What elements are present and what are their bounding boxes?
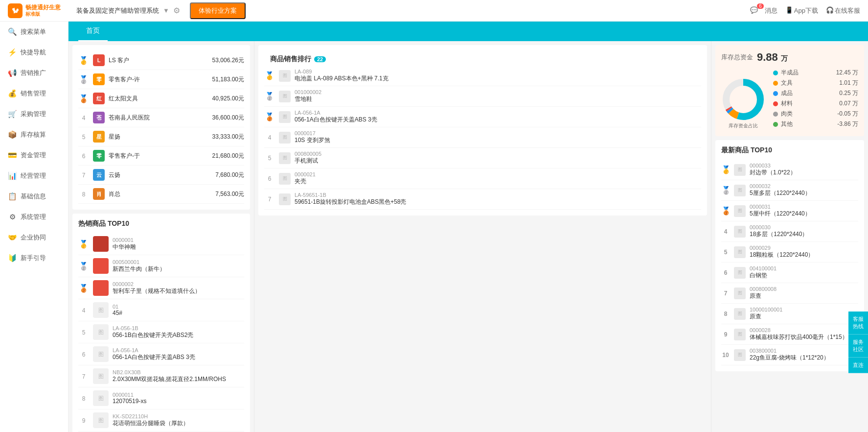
- rank-number-4: 4: [268, 134, 272, 141]
- product-thumbnail: 图: [93, 302, 109, 318]
- newest-code: 0000032: [750, 183, 811, 189]
- newest-product-item: 🥉 图 0000031 5厘中纤（1220*2440）: [721, 201, 858, 221]
- product-info: 0000011 12070519-xs: [113, 392, 146, 405]
- newest-name: 5厘中纤（1220*2440）: [750, 210, 811, 218]
- sidebar-item-search[interactable]: 🔍搜索菜单: [0, 22, 68, 42]
- sidebar-label-system: 系统管理: [21, 213, 46, 221]
- legend-value: 0.25 万: [839, 89, 858, 97]
- main-layout: 🔍搜索菜单⚡快捷导航📢营销推广💰销售管理🛒采购管理📦库存核算💳资金管理📊经营管理…: [0, 22, 868, 432]
- inventory-section: 库存总资金 9.88 万: [715, 45, 864, 136]
- rank-medal: 🥈: [78, 262, 89, 271]
- finance-icon: 💳: [8, 151, 17, 160]
- legend-dot: [773, 112, 778, 117]
- sidebar-item-operation[interactable]: 📊经营管理: [0, 166, 68, 186]
- sidebar-nav: 🔍搜索菜单⚡快捷导航📢营销推广💰销售管理🛒采购管理📦库存核算💳资金管理📊经营管理…: [0, 22, 68, 268]
- hot-product-item: 🥉 0000002 智利车子里（规格不知道填什么）: [78, 277, 244, 299]
- hot-products-title: 热销商品 TOP10: [78, 219, 244, 228]
- sidebar-item-guide[interactable]: 🔰新手引导: [0, 248, 68, 268]
- product-thumbnail: 图: [279, 152, 291, 164]
- rank-number-7: 7: [268, 196, 272, 203]
- service-button[interactable]: 🎧 在线客服: [826, 6, 860, 15]
- product-code: 001000002: [295, 89, 321, 95]
- customer-avatar: 星: [93, 131, 105, 143]
- newest-rank: 🥇: [721, 165, 730, 174]
- product-info: 001000002 雪地鞋: [295, 89, 321, 103]
- newest-name: 18多层（1220*2440）: [750, 230, 808, 239]
- gear-icon[interactable]: ⚙: [173, 6, 180, 15]
- customer-name: 肖总: [109, 190, 211, 198]
- product-code: NB2.0X30B: [113, 369, 226, 375]
- rank-medal: 8: [78, 395, 89, 402]
- legend-dot: [773, 71, 778, 75]
- legend-label: 成品: [781, 89, 793, 97]
- logo-icon: 🐿: [8, 3, 23, 18]
- hot-product-item: 8 图 0000011 12070519-xs: [78, 387, 244, 409]
- rank-number-5: 5: [268, 155, 272, 162]
- product-thumbnail: 图: [93, 390, 109, 406]
- tab-home[interactable]: 首页: [78, 22, 108, 41]
- product-code: 0000011: [113, 392, 146, 398]
- legend-label: 半成品: [781, 69, 799, 77]
- sidebar-item-nav[interactable]: ⚡快捷导航: [0, 42, 68, 63]
- customer-avatar: 红: [93, 93, 105, 104]
- rank-number-4: 4: [82, 115, 86, 121]
- sales-icon: 💰: [8, 89, 17, 98]
- system-selector[interactable]: 装备及固定资产辅助管理系统 ▼ ⚙: [76, 6, 180, 15]
- sidebar-item-purchase[interactable]: 🛒采购管理: [0, 104, 68, 124]
- legend-value: 12.45 万: [836, 69, 858, 77]
- float-btn-direct[interactable]: 直连: [848, 358, 868, 373]
- product-code: 01: [113, 304, 122, 310]
- sidebar-item-corp[interactable]: 🤝企业协同: [0, 227, 68, 248]
- newest-name: 白钢垫: [750, 271, 777, 280]
- newest-thumbnail: 图: [734, 226, 746, 238]
- sidebar-label-guide: 新手引导: [21, 254, 46, 263]
- newest-name: 体械嘉枝味苏打饮品400毫升（1*15）: [750, 333, 848, 341]
- legend-value: 0.07 万: [839, 99, 858, 108]
- sidebar-item-sales[interactable]: 💰销售管理: [0, 83, 68, 104]
- legend-dot: [773, 81, 778, 86]
- app-download-button[interactable]: 📱 App下载: [785, 6, 818, 15]
- customer-ranking-list: 🥇 L LS 客户 53,006.26元 🥈 零 零售客户-许 51,183.0…: [78, 51, 244, 204]
- trial-button[interactable]: 体验行业方案: [190, 2, 246, 19]
- newest-thumbnail: 图: [734, 164, 746, 176]
- float-btn-customer[interactable]: 客服热线: [848, 312, 868, 335]
- product-sales-title: 商品销售排行: [270, 55, 311, 64]
- rank-medal: 🥉: [78, 94, 89, 103]
- product-info: LA-089 电池盖 LA-089 ABS本色+黑种 7.1克: [295, 69, 388, 83]
- product-thumbnail: 图: [279, 173, 291, 185]
- medal-silver-icon: 🥈: [265, 92, 274, 100]
- sidebar-item-basic[interactable]: 📋基础信息: [0, 186, 68, 207]
- customer-value: 7,680.00元: [215, 171, 244, 179]
- newest-info: 0000028 体械嘉枝味苏打饮品400毫升（1*15）: [750, 327, 848, 341]
- customer-value: 51,183.00元: [212, 75, 244, 84]
- left-column: 🥇 L LS 客户 53,006.26元 🥈 零 零售客户-许 51,183.0…: [69, 41, 254, 432]
- system-arrow-icon[interactable]: ▼: [163, 7, 169, 14]
- float-buttons: 客服热线服务社区直连: [848, 312, 868, 373]
- logo-text-block: 畅捷通好生意 标准版: [25, 4, 61, 17]
- newest-info: 10000100001 原查: [750, 307, 782, 321]
- customer-value: 7,563.00元: [215, 190, 244, 198]
- medal-silver-icon: 🥈: [79, 262, 89, 270]
- inventory-amount: 9.88 万: [757, 51, 788, 64]
- legend-dot: [773, 101, 778, 106]
- product-code: 0000002: [113, 281, 201, 287]
- product-name: 夹壳: [295, 177, 316, 186]
- legend-dot: [773, 122, 778, 127]
- sidebar-item-marketing[interactable]: 📢营销推广: [0, 63, 68, 83]
- sidebar-item-system[interactable]: ⚙系统管理: [0, 207, 68, 227]
- product-info: 01 45#: [113, 304, 122, 316]
- sidebar-item-inventory[interactable]: 📦库存核算: [0, 124, 68, 145]
- customer-name: 苍南县人民医院: [109, 114, 208, 122]
- product-info: 0000017 10S 变刹罗煞: [295, 130, 330, 144]
- message-button[interactable]: 💬 6 消息: [750, 6, 777, 15]
- product-sales-badge: 22: [314, 56, 326, 62]
- rank-number-8: 8: [82, 395, 86, 402]
- customer-rank-item: 🥈 零 零售客户-许 51,183.00元: [78, 70, 244, 89]
- customer-avatar: 云: [93, 169, 105, 181]
- sidebar-item-finance[interactable]: 💳资金管理: [0, 145, 68, 166]
- rank-number-4: 4: [82, 307, 86, 314]
- float-btn-service[interactable]: 服务社区: [848, 335, 868, 358]
- legend-label: 文具: [781, 79, 793, 87]
- product-sales-list: 🥇 图 LA-089 电池盖 LA-089 ABS本色+黑种 7.1克 🥈 图 …: [264, 66, 701, 210]
- marketing-icon: 📢: [8, 69, 17, 77]
